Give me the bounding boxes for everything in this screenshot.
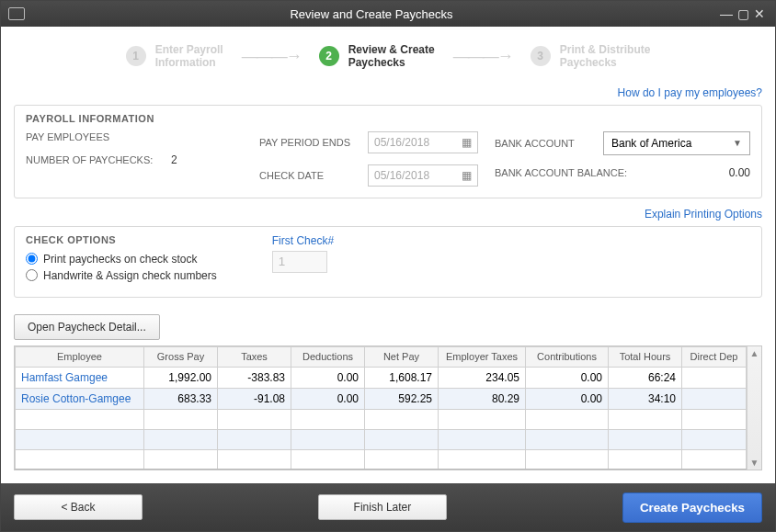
arrow-icon: ———→ xyxy=(242,47,301,66)
col-employer-taxes[interactable]: Employer Taxes xyxy=(439,346,526,367)
step-1-label: Enter Payroll Information xyxy=(155,43,223,70)
bank-account-label: BANK ACCOUNT xyxy=(495,138,596,149)
employee-link[interactable]: Rosie Cotton-Gamgee xyxy=(16,388,144,409)
payroll-info-heading: PAYROLL INFORMATION xyxy=(26,113,750,124)
back-button[interactable]: < Back xyxy=(14,494,143,520)
step-2-circle: 2 xyxy=(319,46,339,66)
vertical-scrollbar[interactable]: ▲ ▼ xyxy=(747,346,761,470)
bank-balance-label: BANK ACCOUNT BALANCE: xyxy=(495,167,633,178)
col-total-hours[interactable]: Total Hours xyxy=(609,346,682,367)
arrow-icon: ———→ xyxy=(453,47,512,66)
pay-employees-label: PAY EMPLOYEES xyxy=(26,131,127,142)
window-menu-icon[interactable] xyxy=(8,7,25,20)
col-direct-dep[interactable]: Direct Dep xyxy=(682,346,747,367)
table-row[interactable]: Rosie Cotton-Gamgee 683.33 -91.08 0.00 5… xyxy=(16,388,747,409)
minimize-button[interactable]: — xyxy=(718,6,735,21)
check-date-input[interactable]: 05/16/2018 ▦ xyxy=(368,164,478,187)
scroll-down-icon[interactable]: ▼ xyxy=(750,458,759,468)
check-options-panel: CHECK OPTIONS Print paychecks on check s… xyxy=(14,226,762,298)
first-check-link[interactable]: First Check# xyxy=(272,234,334,247)
wizard-stepper: 1 Enter Payroll Information ———→ 2 Revie… xyxy=(14,43,762,70)
app-window: Review and Create Paychecks — ▢ ✕ 1 Ente… xyxy=(0,0,776,532)
step-3-label: Print & Distribute Paychecks xyxy=(560,43,651,70)
help-pay-employees-link[interactable]: How do I pay my employees? xyxy=(618,86,762,99)
table-header-row: Employee Gross Pay Taxes Deductions Net … xyxy=(16,346,747,367)
col-net-pay[interactable]: Net Pay xyxy=(365,346,439,367)
employee-link[interactable]: Hamfast Gamgee xyxy=(16,367,144,388)
num-paychecks-label: NUMBER OF PAYCHECKS: xyxy=(26,154,164,165)
calendar-icon[interactable]: ▦ xyxy=(462,136,472,149)
radio-print-check-stock[interactable]: Print paychecks on check stock xyxy=(26,253,217,266)
content-area: 1 Enter Payroll Information ———→ 2 Revie… xyxy=(1,27,775,483)
first-check-input xyxy=(272,251,327,273)
scroll-up-icon[interactable]: ▲ xyxy=(750,348,759,358)
titlebar: Review and Create Paychecks — ▢ ✕ xyxy=(1,1,775,27)
open-paycheck-detail-button[interactable]: Open Paycheck Detail... xyxy=(14,314,160,340)
step-review-create: 2 Review & Create Paychecks xyxy=(319,43,435,70)
footer-bar: < Back Finish Later Create Paychecks xyxy=(1,483,775,531)
radio-handwrite-assign[interactable]: Handwrite & Assign check numbers xyxy=(26,269,217,282)
col-employee[interactable]: Employee xyxy=(16,346,144,367)
step-1-circle: 1 xyxy=(126,46,146,66)
col-gross-pay[interactable]: Gross Pay xyxy=(144,346,218,367)
table-row[interactable]: Hamfast Gamgee 1,992.00 -383.83 0.00 1,6… xyxy=(16,367,747,388)
bank-balance-value: 0.00 xyxy=(729,166,750,179)
col-taxes[interactable]: Taxes xyxy=(218,346,291,367)
window-title: Review and Create Paychecks xyxy=(25,7,718,21)
check-date-label: CHECK DATE xyxy=(259,170,360,181)
paycheck-table: Employee Gross Pay Taxes Deductions Net … xyxy=(14,345,762,470)
radio-handwrite-assign-input[interactable] xyxy=(26,269,38,281)
col-contributions[interactable]: Contributions xyxy=(526,346,609,367)
pay-period-ends-label: PAY PERIOD ENDS xyxy=(259,137,360,148)
col-deductions[interactable]: Deductions xyxy=(291,346,365,367)
create-paychecks-button[interactable]: Create Paychecks xyxy=(622,492,762,523)
radio-print-check-stock-input[interactable] xyxy=(26,253,38,265)
num-paychecks-value: 2 xyxy=(171,153,177,166)
check-options-heading: CHECK OPTIONS xyxy=(26,234,217,245)
step-enter-payroll: 1 Enter Payroll Information xyxy=(126,43,223,70)
bank-account-select[interactable]: Bank of America ▼ xyxy=(603,131,750,155)
calendar-icon[interactable]: ▦ xyxy=(462,169,472,182)
step-3-circle: 3 xyxy=(531,46,551,66)
finish-later-button[interactable]: Finish Later xyxy=(318,494,447,520)
step-2-label: Review & Create Paychecks xyxy=(348,43,435,70)
table-row-empty[interactable] xyxy=(16,449,747,470)
explain-printing-options-link[interactable]: Explain Printing Options xyxy=(645,208,762,221)
payroll-info-panel: PAYROLL INFORMATION PAY EMPLOYEES NUMBER… xyxy=(14,105,762,198)
table-row-empty[interactable] xyxy=(16,409,747,429)
maximize-button[interactable]: ▢ xyxy=(735,6,751,21)
step-print-distribute: 3 Print & Distribute Paychecks xyxy=(531,43,651,70)
pay-period-ends-input[interactable]: 05/16/2018 ▦ xyxy=(368,131,478,153)
table-row-empty[interactable] xyxy=(16,429,747,449)
close-button[interactable]: ✕ xyxy=(751,6,768,21)
chevron-down-icon: ▼ xyxy=(733,138,742,148)
